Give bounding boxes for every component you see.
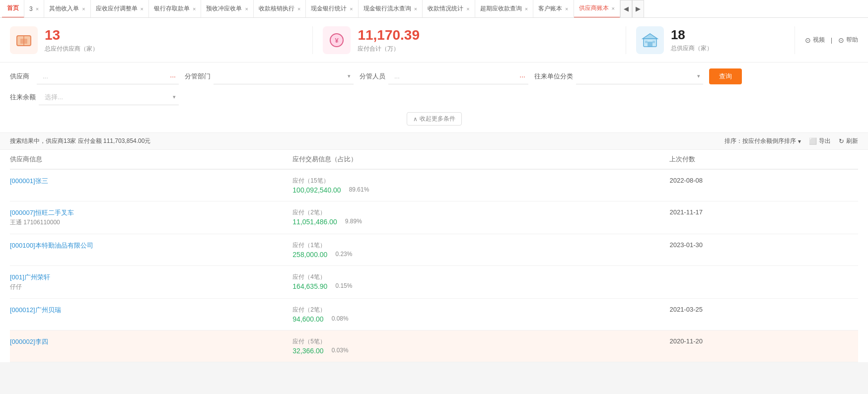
nav-tab-prepay-collect-label: 预收冲应收单	[206, 4, 242, 13]
close-icon[interactable]: ×	[612, 5, 615, 11]
nav-tab-collect-stat[interactable]: 收款情况统计 ×	[423, 0, 475, 18]
category-filter-wrapper[interactable]: ▾	[576, 68, 703, 84]
transactions-col: 应付（2笔） 11,051,486.00 9.89%	[292, 208, 669, 226]
trans-amount[interactable]: 164,635.90	[292, 282, 327, 290]
help-link[interactable]: ⊙ 帮助	[838, 36, 858, 44]
nav-tab-prepay-collect[interactable]: 预收冲应收单 ×	[201, 0, 253, 18]
trans-amount[interactable]: 94,600.00	[292, 315, 323, 323]
total-suppliers-number: 18	[671, 27, 713, 43]
nav-tab-ap-adjust[interactable]: 应收应付调整单 ×	[91, 0, 149, 18]
summary-card-payable: ¥ 11,170.39 应付合计（万）	[313, 26, 626, 54]
summary-info-total-suppliers: 18 总供应商（家）	[671, 27, 713, 52]
collapse-more-button[interactable]: ∧ 收起更多条件	[407, 112, 462, 126]
supplier-info-col: [000007]恒旺二手叉车 王通 17106110000	[10, 208, 292, 227]
summary-bar: 13 总应付供应商（家） ¥ 11,170.39 应付合计（万）	[0, 18, 868, 63]
supplier-link[interactable]: [000100]本特勤油品有限公司	[10, 242, 93, 249]
supplier-sub: 仔仔	[10, 283, 292, 291]
dept-filter-input[interactable]	[217, 70, 348, 82]
filter-balance: 往来余额 ▾	[10, 89, 179, 105]
close-icon[interactable]: ×	[414, 6, 417, 12]
filter-row-2: 往来余额 ▾	[10, 89, 858, 105]
nav-tab-collect-verify[interactable]: 收款核销执行 ×	[254, 0, 306, 18]
close-icon[interactable]: ×	[350, 6, 353, 12]
summary-card-suppliers: 13 总应付供应商（家）	[10, 26, 313, 54]
table-row: [000100]本特勤油品有限公司 应付（1笔） 258,000.00 0.23…	[10, 234, 858, 266]
close-icon[interactable]: ×	[565, 6, 568, 12]
trans-amount[interactable]: 11,051,486.00	[292, 218, 337, 226]
supplier-link[interactable]: [001]广州荣轩	[10, 273, 50, 281]
transactions-col: 应付（1笔） 258,000.00 0.23%	[292, 241, 669, 259]
svg-rect-8	[645, 41, 648, 43]
supplier-link[interactable]: [000001]张三	[10, 177, 48, 185]
help-divider: |	[831, 37, 832, 44]
close-icon[interactable]: ×	[141, 6, 144, 12]
trans-label: 应付（2笔）	[292, 208, 669, 217]
supplier-link[interactable]: [000012]广州贝瑞	[10, 306, 61, 314]
close-icon[interactable]: ×	[193, 6, 196, 12]
trans-amount[interactable]: 258,000.00	[292, 251, 327, 259]
close-icon[interactable]: ×	[82, 6, 85, 12]
person-filter-input[interactable]	[391, 70, 519, 82]
nav-tab-cash-bank-stat[interactable]: 现金银行统计 ×	[306, 0, 358, 18]
nav-tab-overdue-collect[interactable]: 超期应收款查询 ×	[475, 0, 533, 18]
person-filter-wrapper[interactable]: ···	[388, 68, 528, 84]
close-icon[interactable]: ×	[245, 6, 248, 12]
trans-label: 应付（15笔）	[292, 177, 669, 185]
close-icon[interactable]: ×	[466, 6, 469, 12]
nav-tab-collect-verify-label: 收款核销执行	[259, 4, 294, 13]
trans-amount[interactable]: 32,366.00	[292, 347, 323, 355]
payable-icon: ¥	[323, 26, 351, 54]
balance-filter-input[interactable]	[42, 91, 173, 103]
nav-arrow-left[interactable]: ◀	[620, 0, 632, 18]
category-filter-input[interactable]	[579, 70, 697, 82]
transactions-col: 应付（4笔） 164,635.90 0.15%	[292, 273, 669, 290]
nav-tab-home[interactable]: 首页	[2, 0, 24, 18]
summary-card-total-suppliers: 18 总供应商（家）	[626, 26, 795, 54]
lastpay-col: 2023-01-30	[669, 241, 858, 249]
nav-tab-other-income[interactable]: 其他收入单 ×	[44, 0, 90, 18]
close-icon[interactable]: ×	[525, 6, 528, 12]
filter-supplier: 供应商 ···	[10, 68, 179, 84]
table-area: 供应商信息 应付交易信息（占比） 上次付数 [000001]张三 应付（15笔）…	[0, 150, 868, 362]
table-row: [000002]李四 应付（5笔） 32,366.00 0.03% 2020-1…	[10, 330, 858, 362]
balance-filter-wrapper[interactable]: ▾	[39, 89, 179, 105]
supplier-link[interactable]: [000007]恒旺二手叉车	[10, 209, 74, 216]
lastpay-date: 2023-01-30	[669, 241, 703, 249]
close-icon[interactable]: ×	[297, 6, 300, 12]
lastpay-date: 2022-08-08	[669, 177, 703, 184]
col-header-transactions: 应付交易信息（占比）	[292, 155, 669, 164]
lastpay-col: 2021-11-17	[669, 208, 858, 216]
query-button[interactable]: 查询	[709, 68, 742, 84]
nav-tab-other-income-label: 其他收入单	[49, 4, 79, 13]
filter-row-1: 供应商 ··· 分管部门 ▾ 分管人员 ··· 往来单位分类	[10, 68, 858, 84]
nav-tab-bank-deposit[interactable]: 银行存取款单 ×	[149, 0, 201, 18]
nav-tab-cash-bank-flow[interactable]: 现金银行流水查询 ×	[359, 0, 423, 18]
table-row: [000001]张三 应付（15笔） 100,092,540.00 89.61%…	[10, 170, 858, 201]
supplier-link[interactable]: [000002]李四	[10, 338, 48, 345]
trans-pct: 0.08%	[332, 315, 349, 322]
export-label: 导出	[819, 137, 831, 145]
nav-tab-t3[interactable]: 3 ×	[24, 0, 44, 18]
nav-arrow-right[interactable]: ▶	[632, 0, 644, 18]
trans-amount[interactable]: 100,092,540.00	[292, 186, 341, 194]
sort-button[interactable]: 排序：按应付余额倒序排序 ▾	[724, 137, 801, 145]
supplier-filter-dots-icon[interactable]: ···	[170, 72, 176, 80]
chevron-down-icon[interactable]: ▾	[697, 73, 700, 79]
filter-area: 供应商 ··· 分管部门 ▾ 分管人员 ··· 往来单位分类	[0, 63, 868, 133]
export-button[interactable]: ⬜ 导出	[809, 137, 831, 145]
refresh-button[interactable]: ↻ 刷新	[839, 137, 858, 145]
close-icon[interactable]: ×	[36, 6, 39, 12]
nav-tab-supplier-account[interactable]: 供应商账本 ×	[574, 0, 620, 18]
chevron-down-icon[interactable]: ▾	[173, 94, 176, 100]
supplier-filter-input-wrapper[interactable]: ···	[37, 68, 179, 84]
store-icon	[636, 26, 664, 54]
chevron-down-icon[interactable]: ▾	[348, 73, 351, 79]
video-help-link[interactable]: ⊙ 视频	[805, 36, 825, 44]
person-filter-dots-icon[interactable]: ···	[519, 72, 525, 80]
nav-tab-t3-label: 3	[29, 5, 33, 12]
supplier-filter-input[interactable]	[40, 70, 170, 82]
nav-tab-customer-account[interactable]: 客户账本 ×	[533, 0, 574, 18]
dept-filter-wrapper[interactable]: ▾	[214, 68, 354, 84]
result-bar: 搜索结果中，供应商13家 应付金额 111,703,854.00元 排序：按应付…	[0, 133, 868, 150]
refresh-label: 刷新	[846, 137, 858, 145]
